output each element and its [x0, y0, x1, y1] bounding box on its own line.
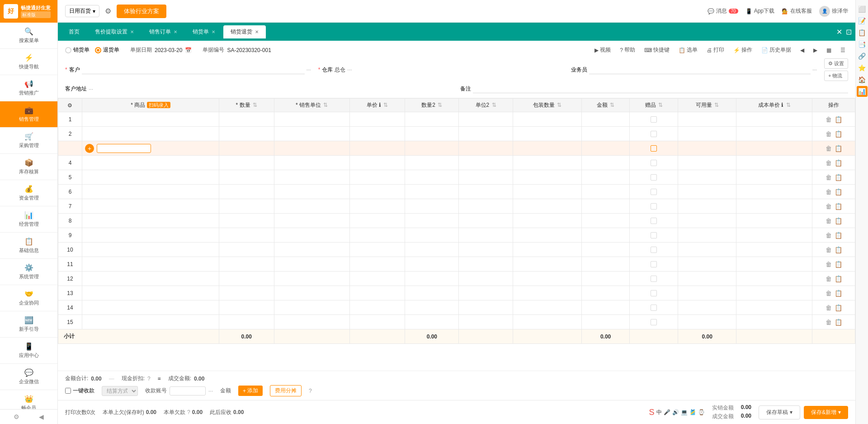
sidebar-item-sales[interactable]: 💼 销售管理: [0, 101, 57, 128]
row-pkg-8[interactable]: [513, 214, 581, 228]
sys-icon-2[interactable]: 中: [656, 409, 662, 416]
tab-sales-delivery[interactable]: 销货单✕: [185, 25, 222, 38]
row-gift-11[interactable]: [630, 257, 678, 272]
product-input-3[interactable]: [97, 144, 151, 153]
row-avail-1[interactable]: [678, 112, 736, 127]
copy-icon-4[interactable]: 📋: [835, 159, 842, 167]
topbar-gear-icon[interactable]: ⚙: [105, 7, 111, 15]
row-unit-13[interactable]: [274, 286, 349, 300]
gift-cb-6[interactable]: [651, 189, 657, 195]
row-gift-7[interactable]: [630, 199, 678, 214]
row-unit-12[interactable]: [274, 272, 349, 286]
row-cost-3[interactable]: [736, 141, 812, 156]
sidebar-item-finance[interactable]: 💰 资金管理: [0, 180, 57, 206]
row-avail-5[interactable]: [678, 170, 736, 185]
row-unit-4[interactable]: [274, 156, 349, 170]
tab-expand-icon[interactable]: ⊡: [846, 28, 852, 36]
row-price-14[interactable]: [349, 300, 405, 315]
delete-icon-8[interactable]: 🗑: [826, 217, 832, 224]
sort-price[interactable]: ⇅: [383, 102, 388, 108]
row-cost-14[interactable]: [736, 300, 812, 315]
row-price-5[interactable]: [349, 170, 405, 185]
row-avail-12[interactable]: [678, 272, 736, 286]
row-qty2-11[interactable]: [405, 257, 459, 272]
row-cost-4[interactable]: [736, 156, 812, 170]
row-qty2-3[interactable]: [405, 141, 459, 156]
row-qty-5[interactable]: [219, 170, 274, 185]
sys-icon-4[interactable]: 🔊: [672, 409, 679, 415]
row-pkg-1[interactable]: [513, 112, 581, 127]
rp-icon-8[interactable]: 📊: [857, 86, 868, 97]
row-unit2-13[interactable]: [459, 286, 513, 300]
settings-btn[interactable]: ⚙ 设置: [824, 58, 848, 69]
delete-icon-11[interactable]: 🗑: [826, 261, 832, 268]
row-qty2-12[interactable]: [405, 272, 459, 286]
row-unit2-14[interactable]: [459, 300, 513, 315]
row-qty2-4[interactable]: [405, 156, 459, 170]
row-qty-6[interactable]: [219, 185, 274, 199]
row-qty-10[interactable]: [219, 243, 274, 257]
row-qty-14[interactable]: [219, 300, 274, 315]
row-cost-7[interactable]: [736, 199, 812, 214]
row-product-2[interactable]: [82, 127, 219, 141]
row-price-15[interactable]: [349, 315, 405, 329]
row-qty-13[interactable]: [219, 286, 274, 300]
row-gift-5[interactable]: [630, 170, 678, 185]
row-cost-6[interactable]: [736, 185, 812, 199]
sidebar-item-shortcut[interactable]: ⚡ 快捷导航: [0, 49, 57, 75]
row-qty2-15[interactable]: [405, 315, 459, 329]
row-unit-15[interactable]: [274, 315, 349, 329]
row-cost-15[interactable]: [736, 315, 812, 329]
row-amount-7[interactable]: [581, 199, 630, 214]
row-price-11[interactable]: [349, 257, 405, 272]
row-amount-3[interactable]: [581, 141, 630, 156]
one-key-collect-cb[interactable]: [65, 388, 71, 394]
tab-home[interactable]: 首页: [61, 25, 87, 38]
customer-lookup-btn[interactable]: ···: [307, 67, 311, 73]
print-btn[interactable]: 🖨 打印: [704, 45, 727, 55]
copy-icon-13[interactable]: 📋: [835, 290, 842, 297]
row-pkg-3[interactable]: [513, 141, 581, 156]
sys-icon-3[interactable]: 🎤: [664, 409, 670, 415]
row-unit2-15[interactable]: [459, 315, 513, 329]
row-avail-11[interactable]: [678, 257, 736, 272]
row-product-8[interactable]: [82, 214, 219, 228]
sort-qty2[interactable]: ⇅: [438, 102, 442, 108]
gift-cb-5[interactable]: [651, 174, 657, 181]
copy-icon-10[interactable]: 📋: [835, 246, 842, 253]
copy-icon-3[interactable]: 📋: [835, 145, 842, 152]
sort-pkg[interactable]: ⇅: [557, 102, 561, 108]
delete-icon-9[interactable]: 🗑: [826, 232, 832, 239]
fee-split-btn[interactable]: 费用分摊: [270, 385, 302, 396]
row-unit2-5[interactable]: [459, 170, 513, 185]
row-product-9[interactable]: [82, 228, 219, 243]
sort-gift[interactable]: ⇅: [658, 102, 663, 108]
row-amount-11[interactable]: [581, 257, 630, 272]
row-pkg-9[interactable]: [513, 228, 581, 243]
copy-icon-12[interactable]: 📋: [835, 275, 842, 282]
row-amount-12[interactable]: [581, 272, 630, 286]
row-product-4[interactable]: [82, 156, 219, 170]
sys-icon-5[interactable]: 💻: [681, 409, 688, 415]
row-cost-2[interactable]: [736, 127, 812, 141]
rp-icon-1[interactable]: ⬜: [857, 4, 868, 14]
row-avail-3[interactable]: [678, 141, 736, 156]
experience-btn[interactable]: 体验行业方案: [117, 5, 166, 18]
row-unit-14[interactable]: [274, 300, 349, 315]
account-input[interactable]: [170, 386, 206, 395]
tab-close-price-extract[interactable]: ✕: [130, 29, 134, 34]
row-qty2-9[interactable]: [405, 228, 459, 243]
help-btn[interactable]: ? 帮助: [617, 45, 638, 55]
sys-icon-7[interactable]: ⌚: [698, 409, 705, 415]
row-cost-1[interactable]: [736, 112, 812, 127]
copy-icon-11[interactable]: 📋: [835, 261, 842, 268]
row-gift-3[interactable]: [630, 141, 678, 156]
row-unit-3[interactable]: [274, 141, 349, 156]
gift-cb-13[interactable]: [651, 290, 657, 296]
rp-icon-7[interactable]: 🏠: [857, 74, 868, 85]
row-avail-8[interactable]: [678, 214, 736, 228]
rp-icon-4[interactable]: 📑: [857, 39, 868, 50]
row-avail-7[interactable]: [678, 199, 736, 214]
row-product-1[interactable]: [82, 112, 219, 127]
row-amount-6[interactable]: [581, 185, 630, 199]
